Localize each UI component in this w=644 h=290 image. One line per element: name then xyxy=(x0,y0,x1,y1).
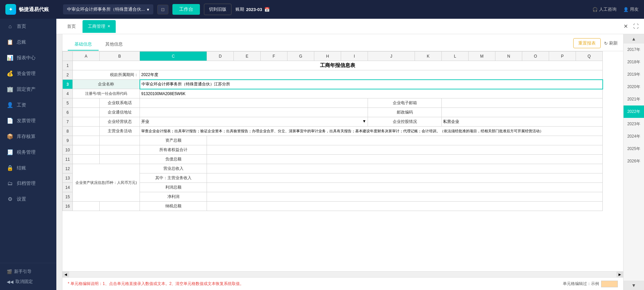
sidebar-scroll: ⌂ 首页 📋 总账 📊 报表中心 💰 资金管理 🏢 固定资产 👤 工资 xyxy=(0,19,56,263)
spreadsheet-container[interactable]: A B C D E F G H I J K L xyxy=(62,51,623,271)
sidebar-item-invoice[interactable]: 📄 发票管理 xyxy=(0,113,56,129)
phone-value[interactable] xyxy=(140,98,368,108)
tab-home[interactable]: 首页 xyxy=(62,20,81,33)
reset-report-button[interactable]: 重置报表 xyxy=(573,38,601,48)
report-icon: 📊 xyxy=(7,55,13,61)
year-2023[interactable]: 2023年 xyxy=(624,118,644,130)
table-row: 6 企业通信地址 邮政编码 xyxy=(63,108,603,117)
h-scroll-right-btn[interactable]: ▶ xyxy=(616,272,623,277)
company-name-value[interactable]: 中审众环会计师事务所（特殊普通合伙）江苏分所 xyxy=(140,80,603,89)
debt-total-value[interactable] xyxy=(207,155,603,164)
sidebar-item-home[interactable]: ⌂ 首页 xyxy=(0,19,56,34)
sidebar-item-report[interactable]: 📊 报表中心 xyxy=(0,50,56,66)
main-revenue-value[interactable] xyxy=(207,173,603,183)
example-box: 单元格编辑过：示例 xyxy=(563,281,618,287)
tax-total-value[interactable] xyxy=(207,202,603,211)
assets-label-b xyxy=(100,136,140,145)
period-value-cell[interactable]: 2022年度 xyxy=(140,70,603,80)
period-label-cell: 税款所属期间： xyxy=(73,70,140,80)
active-tab-label: 工商管理 xyxy=(88,23,105,29)
year-2026[interactable]: 2026年 xyxy=(624,155,644,167)
main-revenue-label: 其中：主营业务收入 xyxy=(140,173,207,183)
sidebar-item-wages[interactable]: 👤 工资 xyxy=(0,97,56,113)
home-icon: ⌂ xyxy=(7,23,13,29)
col-header-d: D xyxy=(207,52,234,61)
tax-label-a xyxy=(73,202,100,211)
holding-value[interactable]: 私营企业 xyxy=(442,117,603,127)
year-2022[interactable]: 2022年 xyxy=(624,105,644,118)
bottom-bar: * 单元格编辑说明：1、点击单元格直接录入数值或文本。2、清空单元格数值或文本恢… xyxy=(62,277,623,290)
refresh-button[interactable]: ↻ 刷新 xyxy=(604,40,618,46)
year-down-btn[interactable]: ▼ xyxy=(624,281,644,290)
right-year-panel: ▲ 2017年 2018年 2019年 2020年 2021年 2022年 20… xyxy=(623,34,644,290)
workbench-button[interactable]: 工作台 xyxy=(172,4,200,15)
row-num-9: 9 xyxy=(63,136,73,145)
expand-window-icon[interactable]: ⛶ xyxy=(633,23,639,29)
revenue-total-value[interactable] xyxy=(207,164,603,173)
year-2020[interactable]: 2020年 xyxy=(624,81,644,93)
refresh-label: 刷新 xyxy=(609,40,618,46)
year-2017[interactable]: 2017年 xyxy=(624,44,644,56)
postal-value[interactable] xyxy=(442,108,603,117)
status-dropdown-icon[interactable]: ▼ xyxy=(362,119,366,124)
new-guide-item[interactable]: 🎬 新手引导 xyxy=(7,267,50,277)
close-window-icon[interactable]: ✕ xyxy=(624,23,628,29)
email-value[interactable] xyxy=(442,98,603,108)
assets-total-value[interactable] xyxy=(207,136,603,145)
unpin-label: 取消固定 xyxy=(15,279,33,285)
consult-item[interactable]: 🎧 人工咨询 xyxy=(592,6,616,12)
archive-icon: 🗂 xyxy=(7,180,13,187)
assets-icon: 🏢 xyxy=(7,86,13,92)
table-row: 1 工商年报信息表 xyxy=(63,61,603,70)
old-version-button[interactable]: 切到旧版 xyxy=(204,4,231,15)
calendar-icon[interactable]: 📅 xyxy=(264,7,270,12)
addr-value[interactable] xyxy=(140,108,368,117)
sidebar-item-ledger[interactable]: 📋 总账 xyxy=(0,34,56,50)
h-scroll-track[interactable] xyxy=(69,272,616,277)
tab-active[interactable]: 工商管理 ✕ xyxy=(83,20,116,33)
col-header-p: P xyxy=(549,52,576,61)
profit-total-value[interactable] xyxy=(207,183,603,192)
biz-value[interactable]: 审查企业会计报表；出具审计报告；验证企业资本；出具验资报告；办理企业合开、分立、… xyxy=(140,127,603,136)
debt-total-label: 负债总额 xyxy=(140,155,207,164)
company-copy-btn[interactable]: ⊡ xyxy=(157,5,168,14)
row-num-14: 14 xyxy=(63,183,73,192)
sidebar-item-finance[interactable]: 💰 资金管理 xyxy=(0,66,56,81)
sidebar-item-settings[interactable]: ⚙ 设置 xyxy=(0,191,56,207)
user-icon: 👤 xyxy=(623,7,629,12)
year-2018[interactable]: 2018年 xyxy=(624,56,644,68)
company-selector[interactable]: 中审众环会计师事务所（特殊普通合伙... ▾ xyxy=(63,4,153,14)
table-row: 11 负债总额 xyxy=(63,155,603,164)
reg-code-value[interactable]: 91320100MA208E5W6K xyxy=(140,89,603,98)
equity-total-value[interactable] xyxy=(207,145,603,155)
sidebar-item-close[interactable]: 🔒 结账 xyxy=(0,160,56,176)
table-row: 2 税款所属期间： 2022年度 xyxy=(63,70,603,80)
table-row: 16 纳税总额 xyxy=(63,202,603,211)
sidebar-item-inventory[interactable]: 📦 库存核算 xyxy=(0,129,56,144)
title-cell[interactable]: 工商年报信息表 xyxy=(73,61,603,70)
h-scroll-left-btn[interactable]: ◀ xyxy=(62,272,69,277)
year-up-btn[interactable]: ▲ xyxy=(624,34,644,44)
assets-total-label: 资产总额 xyxy=(140,136,207,145)
addr-label-b: 企业通信地址 xyxy=(100,108,140,117)
sidebar-item-tax[interactable]: 🧾 税务管理 xyxy=(0,144,56,160)
sub-tab-basic[interactable]: 基础信息 xyxy=(68,39,99,51)
sidebar-item-archive[interactable]: 🗂 归档管理 xyxy=(0,176,56,191)
status-value[interactable]: 开业 ▼ xyxy=(140,117,368,127)
sidebar-item-assets[interactable]: 🏢 固定资产 xyxy=(0,81,56,97)
year-2025[interactable]: 2025年 xyxy=(624,143,644,155)
equity-label-a xyxy=(73,145,100,155)
equity-label-b xyxy=(100,145,140,155)
col-header-q: Q xyxy=(576,52,603,61)
net-profit-value[interactable] xyxy=(207,192,603,202)
unpin-item[interactable]: ◀◀ 取消固定 xyxy=(7,277,50,287)
year-2019[interactable]: 2019年 xyxy=(624,68,644,81)
sub-tab-other[interactable]: 其他信息 xyxy=(99,39,129,51)
tab-close-icon[interactable]: ✕ xyxy=(107,24,110,28)
user-item[interactable]: 👤 用友 xyxy=(623,6,639,12)
col-header-n: N xyxy=(495,52,522,61)
year-2021[interactable]: 2021年 xyxy=(624,93,644,105)
year-2024[interactable]: 2024年 xyxy=(624,130,644,143)
col-header-m: M xyxy=(469,52,495,61)
sidebar-bottom: 🎬 新手引导 ◀◀ 取消固定 xyxy=(0,263,56,290)
